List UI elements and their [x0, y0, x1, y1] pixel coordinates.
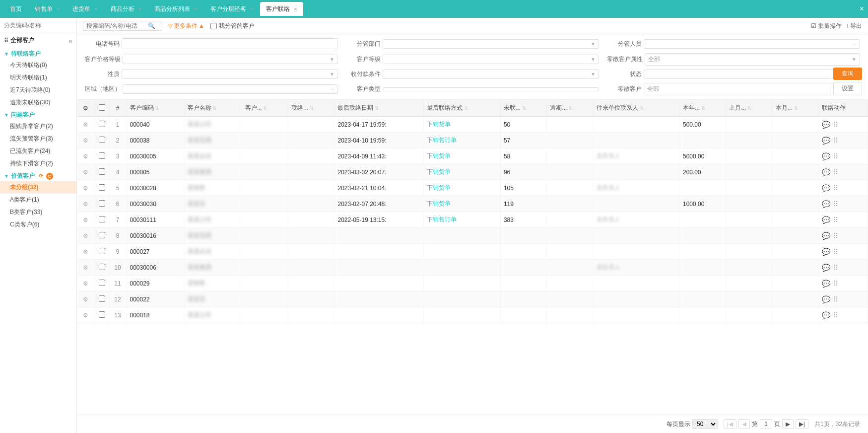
search-button[interactable]: 查询	[833, 68, 862, 80]
contact-method-link[interactable]: 下销货单	[427, 152, 451, 159]
filter-phone-input[interactable]	[122, 38, 338, 49]
action-more-icon[interactable]: ⠿	[833, 184, 838, 192]
filter-dept-select[interactable]: ▼	[383, 39, 599, 49]
sidebar-item-churned[interactable]: 已流失客户(24)	[0, 145, 76, 157]
row-checkbox[interactable]	[99, 295, 105, 302]
action-chat-icon[interactable]: 💬	[822, 295, 830, 303]
batch-ops-button[interactable]: ☑ 批量操作	[811, 22, 842, 30]
action-more-icon[interactable]: ⠿	[833, 121, 838, 129]
filter-payment-select[interactable]: ▼	[383, 70, 599, 79]
sidebar-item-class-b[interactable]: B类客户(33)	[0, 206, 76, 218]
more-conditions-button[interactable]: ▽ 更多条件 ▲	[168, 22, 204, 30]
action-more-icon[interactable]: ⠿	[833, 232, 838, 240]
th-not-contacted[interactable]: 未联...	[500, 100, 546, 117]
contact-method-link[interactable]: 下销货单	[427, 121, 451, 128]
th-gear[interactable]: ⚙	[77, 100, 95, 117]
filter-customer-type-select[interactable]	[383, 87, 599, 91]
action-more-icon[interactable]: ⠿	[833, 152, 838, 160]
action-more-icon[interactable]: ⠿	[833, 137, 838, 144]
action-more-icon[interactable]: ⠿	[833, 200, 838, 208]
sidebar-item-abnormal[interactable]: 囤购异常客户(2)	[0, 120, 76, 133]
action-more-icon[interactable]: ⠿	[833, 264, 838, 272]
row-checkbox[interactable]	[99, 152, 105, 159]
sidebar-item-today-pending[interactable]: 今天待联络(0)	[0, 59, 76, 72]
tab-sales-close[interactable]: ×	[57, 6, 60, 12]
sidebar-item-class-a[interactable]: A类客户(1)	[0, 194, 76, 206]
action-more-icon[interactable]: ⠿	[833, 168, 838, 176]
tab-purchase-close[interactable]: ×	[94, 6, 97, 12]
prev-page-button[interactable]: ◀	[738, 419, 750, 429]
action-chat-icon[interactable]: 💬	[822, 280, 830, 288]
action-more-icon[interactable]: ⠿	[833, 311, 838, 319]
action-more-icon[interactable]: ⠿	[833, 248, 838, 256]
th-this-month[interactable]: 本月...	[772, 100, 818, 117]
my-customers-checkbox[interactable]: 我分管的客户	[210, 22, 255, 30]
th-contact[interactable]: 联络...	[288, 100, 334, 117]
sidebar-item-declining[interactable]: 持续下滑客户(2)	[0, 157, 76, 170]
action-chat-icon[interactable]: 💬	[822, 264, 830, 272]
tab-product-analysis-list-close[interactable]: ×	[194, 6, 197, 12]
th-last-month[interactable]: 上月...	[726, 100, 772, 117]
th-company-contact[interactable]: 往来单位联系人	[593, 100, 679, 117]
action-chat-icon[interactable]: 💬	[822, 184, 830, 192]
filter-search-input[interactable]	[86, 22, 146, 29]
row-checkbox[interactable]	[99, 248, 105, 254]
window-close-button[interactable]: ×	[860, 4, 864, 13]
filter-nature-select[interactable]: ▼	[122, 70, 338, 79]
action-chat-icon[interactable]: 💬	[822, 311, 830, 319]
contact-method-link[interactable]: 下销货单	[427, 184, 451, 191]
contact-method-link[interactable]: 下销货单	[427, 168, 451, 175]
action-chat-icon[interactable]: 💬	[822, 168, 830, 176]
row-checkbox[interactable]	[99, 280, 105, 286]
sidebar-item-tomorrow-pending[interactable]: 明天待联络(1)	[0, 72, 76, 84]
th-code[interactable]: 客户编码	[127, 100, 184, 117]
action-chat-icon[interactable]: 💬	[822, 216, 830, 224]
sidebar-group-value[interactable]: ▼ 价值客户 ⟳ C	[0, 170, 76, 181]
contact-method-link[interactable]: 下销货单	[427, 200, 451, 207]
row-checkbox[interactable]	[99, 121, 105, 127]
th-overdue[interactable]: 逾期...	[547, 100, 593, 117]
row-checkbox[interactable]	[99, 232, 105, 238]
sidebar-item-ungrouped[interactable]: 未分组(32)	[0, 181, 76, 194]
reset-button[interactable]: 设置	[833, 82, 862, 95]
my-customers-check[interactable]	[210, 23, 217, 29]
sidebar-item-class-c[interactable]: C类客户(6)	[0, 218, 76, 231]
sidebar-item-7day-pending[interactable]: 近7天待联络(0)	[0, 84, 76, 96]
th-name[interactable]: 客户名称	[184, 100, 242, 117]
row-checkbox[interactable]	[99, 311, 105, 318]
th-last-date[interactable]: 最后联络日期	[334, 100, 424, 117]
select-all-checkbox[interactable]	[99, 104, 105, 111]
tab-product-analysis-close[interactable]: ×	[138, 6, 141, 12]
filter-price-select[interactable]: ▼	[123, 55, 338, 64]
sidebar-item-churn-warning[interactable]: 流失预警客户(3)	[0, 133, 76, 145]
first-page-button[interactable]: |◀	[724, 419, 736, 429]
sidebar-search-input[interactable]	[4, 22, 77, 29]
row-checkbox[interactable]	[99, 264, 105, 270]
contact-method-link[interactable]: 下销售订单	[427, 216, 457, 223]
filter-region-select[interactable]: ···	[123, 84, 338, 94]
action-chat-icon[interactable]: 💬	[822, 121, 830, 129]
th-last-method[interactable]: 最后联络方式	[424, 100, 501, 117]
th-this-year[interactable]: 本年...	[680, 100, 726, 117]
filter-manager-select[interactable]: ···	[644, 39, 860, 49]
action-chat-icon[interactable]: 💬	[822, 137, 830, 144]
th-type[interactable]: 客户...	[242, 100, 288, 117]
action-chat-icon[interactable]: 💬	[822, 248, 830, 256]
tab-purchase[interactable]: 进货单 ×	[67, 2, 103, 16]
filter-status-select[interactable]: ▼	[644, 70, 860, 79]
action-chat-icon[interactable]: 💬	[822, 232, 830, 240]
row-checkbox[interactable]	[99, 184, 105, 191]
tab-customer-contact-close[interactable]: ×	[294, 6, 297, 12]
last-page-button[interactable]: ▶|	[796, 419, 808, 429]
action-chat-icon[interactable]: 💬	[822, 152, 830, 160]
action-more-icon[interactable]: ⠿	[833, 280, 838, 288]
filter-search-icon[interactable]: 🔍	[148, 22, 155, 29]
next-page-button[interactable]: ▶	[782, 419, 794, 429]
sidebar-group-problem[interactable]: ▼ 问题客户	[0, 109, 76, 120]
row-checkbox[interactable]	[99, 200, 105, 207]
contact-method-link[interactable]: 下销售订单	[427, 137, 457, 144]
tab-sales[interactable]: 销售单 ×	[29, 2, 66, 16]
page-size-select-input[interactable]: 50 100 200	[692, 419, 718, 429]
filter-retail-customer-select[interactable]: 全部 ▼	[644, 83, 860, 95]
action-more-icon[interactable]: ⠿	[833, 216, 838, 224]
